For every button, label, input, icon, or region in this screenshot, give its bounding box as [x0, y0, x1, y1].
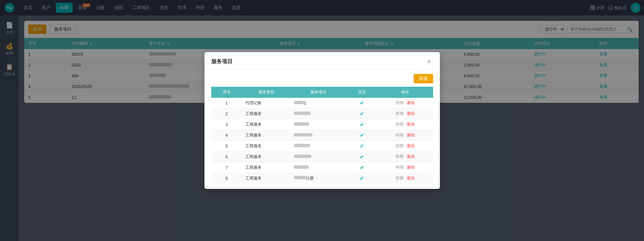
- list-item: 5 工商服务 ✔ 停用 删除: [211, 141, 433, 152]
- list-item: 3 工商服务 ✔ 停用 删除: [211, 119, 433, 130]
- delete-button[interactable]: 删除: [407, 133, 415, 137]
- list-item: 1 代理记账 1 ✔ 停用 删除: [211, 98, 433, 109]
- list-item: 6 工商服务 ✔ 停用 删除: [211, 152, 433, 162]
- modal-cell-index: 1: [211, 98, 242, 109]
- modal-toolbar: 新建: [211, 74, 433, 83]
- modal-cell-action: 停用 删除: [378, 98, 433, 109]
- delete-button[interactable]: 删除: [407, 111, 415, 116]
- modal-cell-status: ✔: [346, 173, 378, 184]
- modal-cell-action: 停用 删除: [378, 130, 433, 141]
- delete-button[interactable]: 删除: [407, 154, 415, 159]
- modal-cell-name: 注册: [291, 173, 347, 184]
- modal-cell-status: ✔: [346, 141, 378, 152]
- list-item: 7 工商服务 ✔ 停用 删除: [211, 162, 433, 173]
- modal-cell-type: 工商服务: [242, 130, 290, 141]
- modal-cell-index: 4: [211, 130, 242, 141]
- modal-cell-status: ✔: [346, 98, 378, 109]
- modal-cell-status: ✔: [346, 109, 378, 119]
- stop-button[interactable]: 停用: [395, 122, 404, 127]
- modal-cell-name: [291, 162, 347, 173]
- list-item: 8 工商服务 注册 ✔ 停用 删除: [211, 173, 433, 184]
- list-item: 4 工商服务 ✔ 停用 删除: [211, 130, 433, 141]
- modal-cell-name: [291, 109, 347, 119]
- stop-button[interactable]: 停用: [395, 101, 404, 105]
- modal-cell-status: ✔: [346, 119, 378, 130]
- status-active-icon: ✔: [360, 132, 364, 138]
- modal-cell-type: 工商服务: [242, 162, 290, 173]
- stop-button[interactable]: 停用: [395, 111, 404, 116]
- status-active-icon: ✔: [360, 165, 364, 170]
- modal-cell-status: ✔: [346, 152, 378, 162]
- stop-button[interactable]: 停用: [395, 144, 404, 148]
- modal-col-type: 服务类型: [242, 87, 290, 98]
- delete-button[interactable]: 删除: [407, 144, 415, 148]
- modal-cell-action: 停用 删除: [378, 119, 433, 130]
- modal-cell-type: 工商服务: [242, 152, 290, 162]
- modal-cell-type: 代理记账: [242, 98, 290, 109]
- modal-body: 新建 序号 服务类型 服务项目 状态 操作 1 代理记账: [204, 69, 440, 189]
- modal-header: 服务项目 ✕: [204, 52, 440, 69]
- status-active-icon: ✔: [360, 154, 364, 160]
- status-active-icon: ✔: [360, 100, 364, 106]
- modal-cell-type: 工商服务: [242, 119, 290, 130]
- delete-button[interactable]: 删除: [407, 165, 415, 170]
- modal-cell-action: 停用 删除: [378, 162, 433, 173]
- modal-cell-name: [291, 130, 347, 141]
- stop-button[interactable]: 停用: [395, 176, 404, 180]
- modal-col-index: 序号: [211, 87, 242, 98]
- modal-table: 序号 服务类型 服务项目 状态 操作 1 代理记账 1 ✔ 停用: [211, 87, 433, 184]
- delete-button[interactable]: 删除: [407, 101, 415, 105]
- delete-button[interactable]: 删除: [407, 176, 415, 180]
- modal-cell-action: 停用 删除: [378, 141, 433, 152]
- modal-cell-name: 1: [291, 98, 347, 109]
- modal-cell-name: [291, 141, 347, 152]
- modal-cell-action: 停用 删除: [378, 152, 433, 162]
- service-modal: 服务项目 ✕ 新建 序号 服务类型 服务项目 状态 操作: [204, 52, 440, 189]
- modal-cell-status: ✔: [346, 130, 378, 141]
- modal-title: 服务项目: [211, 58, 233, 65]
- modal-new-button[interactable]: 新建: [414, 74, 433, 83]
- modal-cell-status: ✔: [346, 162, 378, 173]
- modal-cell-type: 工商服务: [242, 141, 290, 152]
- modal-col-name: 服务项目: [291, 87, 347, 98]
- status-active-icon: ✔: [360, 143, 364, 149]
- modal-col-action: 操作: [378, 87, 433, 98]
- modal-cell-name: [291, 152, 347, 162]
- modal-cell-action: 停用 删除: [378, 173, 433, 184]
- status-active-icon: ✔: [360, 111, 364, 117]
- modal-cell-type: 工商服务: [242, 173, 290, 184]
- modal-cell-index: 7: [211, 162, 242, 173]
- modal-cell-name: [291, 119, 347, 130]
- modal-cell-index: 5: [211, 141, 242, 152]
- modal-close-button[interactable]: ✕: [425, 57, 433, 66]
- modal-cell-index: 6: [211, 152, 242, 162]
- modal-cell-index: 2: [211, 109, 242, 119]
- status-active-icon: ✔: [360, 122, 364, 127]
- modal-cell-action: 停用 删除: [378, 109, 433, 119]
- stop-button[interactable]: 停用: [395, 154, 404, 159]
- delete-button[interactable]: 删除: [407, 122, 415, 127]
- modal-col-status: 状态: [346, 87, 378, 98]
- modal-overlay[interactable]: 服务项目 ✕ 新建 序号 服务类型 服务项目 状态 操作: [0, 0, 644, 241]
- stop-button[interactable]: 停用: [395, 165, 404, 170]
- modal-cell-index: 8: [211, 173, 242, 184]
- status-active-icon: ✔: [360, 175, 364, 181]
- modal-cell-type: 工商服务: [242, 109, 290, 119]
- stop-button[interactable]: 停用: [395, 133, 404, 137]
- list-item: 2 工商服务 ✔ 停用 删除: [211, 109, 433, 119]
- modal-cell-index: 3: [211, 119, 242, 130]
